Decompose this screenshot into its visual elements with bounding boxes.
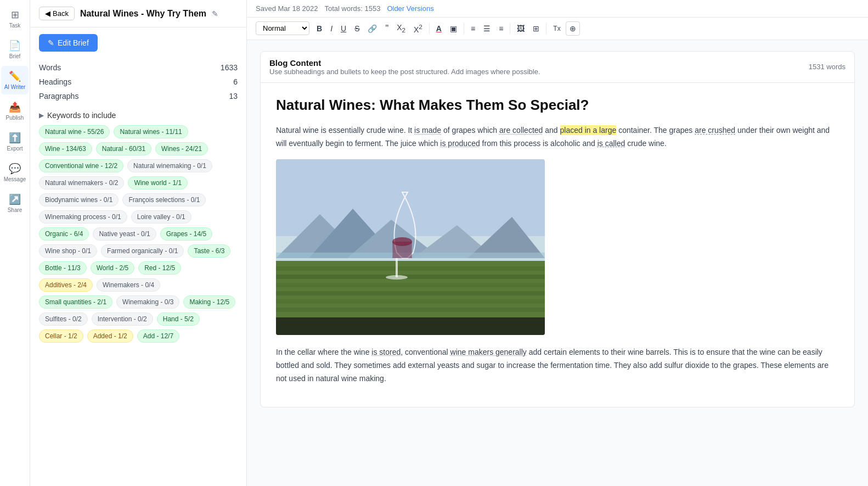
wine-makers-span: wine makers generally (450, 348, 527, 356)
keyword-tag: Added - 1/2 (87, 329, 133, 343)
keyword-tag: Red - 12/5 (138, 261, 181, 275)
saved-status: Saved Mar 18 2022 (256, 4, 318, 13)
format-select[interactable]: Normal Heading 1 Heading 2 Heading 3 (256, 21, 309, 35)
is-stored-span: is stored (371, 348, 401, 356)
keyword-tag: Taste - 6/3 (188, 244, 230, 258)
blog-word-count: 1531 words (809, 63, 846, 71)
keyword-tag: Natural winemakers - 0/2 (39, 176, 124, 189)
paragraphs-stat: Paragraphs 13 (39, 89, 238, 103)
older-versions-link[interactable]: Older Versions (387, 4, 433, 13)
keyword-tag: World - 2/5 (91, 261, 134, 275)
formatting-toolbar: Normal Heading 1 Heading 2 Heading 3 B I… (247, 18, 868, 40)
align-button[interactable]: ≡ (495, 22, 506, 35)
blog-card-header: Blog Content Use subheadings and bullets… (261, 52, 854, 83)
nav-task[interactable]: ⊞ Task (1, 4, 29, 33)
ordered-list-button[interactable]: ≡ (467, 22, 478, 35)
keyword-tag: Bottle - 11/3 (39, 261, 87, 275)
keyword-tag: Add - 12/7 (137, 329, 179, 343)
add-element-button[interactable]: ⊕ (566, 21, 580, 36)
nav-share[interactable]: ↗️ Share (1, 189, 29, 217)
unordered-list-button[interactable]: ☰ (480, 22, 494, 35)
svg-rect-10 (276, 275, 545, 279)
chevron-right-icon: ▶ (39, 111, 44, 119)
words-stat: Words 1633 (39, 60, 238, 75)
keyword-tag: Small quantities - 2/1 (39, 295, 112, 309)
strikethrough-button[interactable]: S (351, 22, 363, 35)
svg-rect-11 (276, 283, 545, 287)
keyword-tag: Natural winemaking - 0/1 (127, 159, 212, 172)
total-words-label: Total words: 1553 (324, 4, 380, 13)
publish-icon: 📤 (9, 101, 21, 113)
ai-writer-icon: ✏️ (9, 70, 21, 82)
keywords-grid: Natural wine - 55/26Natural wines - 11/1… (39, 125, 238, 343)
toolbar-divider-4 (546, 23, 546, 34)
keywords-header[interactable]: ▶ Keywords to include (39, 111, 238, 120)
svg-rect-16 (396, 258, 398, 277)
placed-highlight-span: placed in a large (560, 125, 617, 135)
keyword-tag: Additives - 2/4 (39, 278, 93, 292)
export-icon: ⬆️ (9, 132, 21, 144)
quote-button[interactable]: " (382, 21, 392, 36)
keyword-tag: Natural wine - 55/26 (39, 125, 110, 138)
blog-card-hint: Use subheadings and bullets to keep the … (269, 68, 540, 76)
sidebar: ◀ Back Natural Wines - Why Try Them ✎ ✎ … (30, 0, 247, 486)
are-crushed-span: are crushed (695, 126, 735, 135)
nav-export[interactable]: ⬆️ Export (1, 127, 29, 156)
is-produced-span: is produced (440, 139, 480, 148)
blog-heading[interactable]: Natural Wines: What Makes Them So Specia… (276, 96, 839, 115)
keyword-tag: Natural - 60/31 (96, 142, 151, 155)
back-button[interactable]: ◀ Back (39, 7, 75, 20)
superscript-button[interactable]: X2 (410, 21, 426, 36)
toolbar-divider-3 (510, 23, 510, 34)
keyword-tag: Intervention - 0/2 (92, 312, 153, 326)
toolbar-divider-2 (464, 23, 464, 34)
keyword-tag: Conventional wine - 12/2 (39, 159, 123, 172)
edit-brief-button[interactable]: ✎ Edit Brief (39, 34, 98, 52)
brief-icon: 📄 (9, 40, 21, 52)
svg-rect-14 (276, 308, 545, 312)
sidebar-header: ◀ Back Natural Wines - Why Try Them ✎ (30, 0, 246, 27)
svg-rect-18 (276, 317, 545, 335)
keyword-tag: Biodynamic wines - 0/1 (39, 193, 119, 206)
subscript-button[interactable]: X2 (393, 21, 409, 36)
keyword-tag: Wines - 24/21 (155, 142, 208, 155)
left-navigation: ⊞ Task 📄 Brief ✏️ AI Writer 📤 Publish ⬆️… (0, 0, 30, 486)
editor-body: Blog Content Use subheadings and bullets… (247, 40, 868, 486)
keyword-tag: François selections - 0/1 (122, 193, 206, 206)
nav-publish[interactable]: 📤 Publish (1, 97, 29, 125)
wine-image-container (276, 159, 839, 335)
link-button[interactable]: 🔗 (364, 22, 380, 35)
underline-button[interactable]: U (337, 22, 350, 35)
blog-paragraph-1[interactable]: Natural wine is essentially crude wine. … (276, 124, 839, 150)
italic-button[interactable]: I (327, 22, 336, 35)
highlight-button[interactable]: ▣ (447, 22, 460, 35)
nav-brief[interactable]: 📄 Brief (1, 35, 29, 64)
blog-card-title: Blog Content (269, 58, 540, 68)
keyword-tag: Hand - 5/2 (157, 312, 200, 326)
blog-editor-area[interactable]: Natural Wines: What Makes Them So Specia… (261, 83, 854, 407)
keyword-tag: Natural wines - 11/11 (114, 125, 188, 138)
message-icon: 💬 (9, 163, 21, 175)
image-button[interactable]: 🖼 (514, 22, 528, 35)
svg-rect-9 (276, 266, 545, 271)
toolbar-divider-1 (429, 23, 430, 34)
keyword-tag: Winemaking process - 0/1 (39, 210, 127, 224)
text-color-button[interactable]: A (433, 22, 445, 35)
bold-button[interactable]: B (313, 22, 325, 35)
headings-stat: Headings 6 (39, 75, 238, 89)
task-icon: ⊞ (11, 9, 19, 21)
keyword-tag: Winemakers - 0/4 (97, 278, 160, 292)
keyword-tag: Wine - 134/63 (39, 142, 92, 155)
svg-rect-12 (276, 291, 545, 295)
clear-format-button[interactable]: Tx (550, 23, 563, 35)
back-arrow-icon: ◀ (45, 9, 50, 18)
is-called-span: is called (598, 139, 625, 148)
are-collected-span: are collected (499, 126, 543, 135)
keyword-tag: Wine shop - 0/1 (39, 244, 97, 258)
nav-ai-writer[interactable]: ✏️ AI Writer (1, 66, 29, 94)
nav-message[interactable]: 💬 Message (1, 158, 29, 187)
blog-paragraph-2[interactable]: In the cellar where the wine is stored, … (276, 346, 839, 385)
edit-title-icon[interactable]: ✎ (212, 9, 218, 18)
share-icon: ↗️ (9, 193, 21, 205)
table-button[interactable]: ⊞ (529, 22, 543, 35)
